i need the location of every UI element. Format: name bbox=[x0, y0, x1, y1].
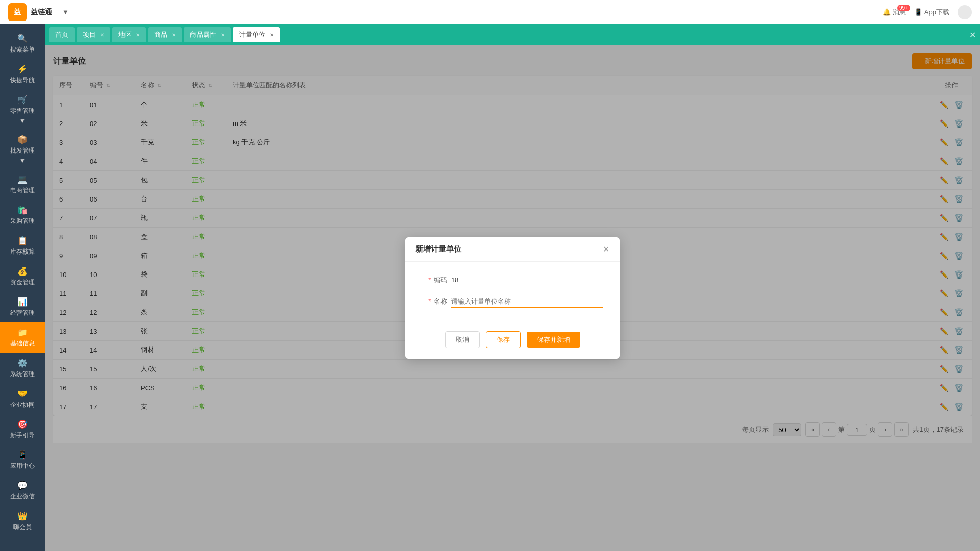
modal-overlay[interactable]: 新增计量单位 ✕ * 编码 * bbox=[45, 45, 980, 551]
sidebar-label-basic-info: 基础信息 bbox=[10, 339, 35, 348]
retail-icon: 🛒 bbox=[17, 95, 28, 105]
message-badge: 99+ bbox=[897, 5, 910, 11]
modal-footer: 取消 保存 保存并新增 bbox=[405, 325, 620, 359]
sidebar-item-system[interactable]: ⚙️ 系统管理 bbox=[0, 353, 45, 384]
logo: 益 益链通 bbox=[8, 3, 52, 21]
header: 益 益链通 ▼ 🔔 消息 99+ 📱 App下载 bbox=[0, 0, 980, 24]
tab-goods[interactable]: 商品 ✕ bbox=[148, 27, 182, 42]
message-button[interactable]: 🔔 消息 99+ bbox=[883, 8, 906, 17]
sidebar-label-member: 嗨会员 bbox=[13, 523, 32, 532]
member-icon: 👑 bbox=[17, 511, 28, 521]
header-dropdown[interactable]: ▼ bbox=[58, 6, 73, 18]
tab-project-label: 项目 bbox=[83, 30, 96, 39]
sidebar-item-wholesale[interactable]: 📦 批发管理 ▼ bbox=[0, 130, 45, 169]
tab-unit-close[interactable]: ✕ bbox=[270, 32, 274, 38]
modal-close-button[interactable]: ✕ bbox=[603, 245, 609, 254]
sidebar-label-app-center: 应用中心 bbox=[10, 462, 35, 470]
app-download-button[interactable]: 📱 App下载 bbox=[914, 8, 949, 17]
operation-icon: 📊 bbox=[17, 297, 28, 307]
sidebar-label-system: 系统管理 bbox=[10, 370, 35, 379]
tab-goods-close[interactable]: ✕ bbox=[172, 32, 176, 38]
tab-project[interactable]: 项目 ✕ bbox=[77, 27, 110, 42]
tabs-close-all-button[interactable]: ✕ bbox=[969, 30, 976, 40]
header-left: 益 益链通 ▼ bbox=[8, 3, 73, 21]
bell-icon: 🔔 bbox=[883, 8, 891, 16]
app-center-icon: 📱 bbox=[17, 450, 28, 460]
main-layout: 🔍 搜索菜单 ⚡ 快捷导航 🛒 零售管理 ▼ 📦 批发管理 ▼ 💻 电商管理 🛍… bbox=[0, 24, 980, 551]
tab-area[interactable]: 地区 ✕ bbox=[112, 27, 146, 42]
tab-goods-label: 商品 bbox=[154, 30, 167, 39]
sidebar-item-member[interactable]: 👑 嗨会员 bbox=[0, 506, 45, 537]
tab-unit-label: 计量单位 bbox=[239, 30, 265, 39]
sidebar-item-retail[interactable]: 🛒 零售管理 ▼ bbox=[0, 90, 45, 130]
sidebar-item-quick-nav[interactable]: ⚡ 快捷导航 bbox=[0, 59, 45, 90]
retail-expand-icon: ▼ bbox=[19, 117, 26, 124]
code-required: * bbox=[428, 276, 431, 284]
sidebar-item-inventory[interactable]: 📋 库存核算 bbox=[0, 231, 45, 261]
sidebar-label-search-menu: 搜索菜单 bbox=[10, 45, 35, 54]
wholesale-expand-icon: ▼ bbox=[19, 157, 26, 164]
logo-text: 益链通 bbox=[31, 8, 52, 17]
sidebar-label-guide: 新手引导 bbox=[10, 431, 35, 440]
sidebar-item-app-center[interactable]: 📱 应用中心 bbox=[0, 445, 45, 475]
sidebar-item-partner[interactable]: 🤝 企业协同 bbox=[0, 384, 45, 414]
modal-body: * 编码 * 名称 bbox=[405, 262, 620, 325]
save-and-new-button[interactable]: 保存并新增 bbox=[527, 332, 580, 348]
quick-nav-icon: ⚡ bbox=[17, 64, 28, 74]
sidebar-label-wholesale: 批发管理 bbox=[10, 146, 35, 155]
sidebar-label-inventory: 库存核算 bbox=[10, 247, 35, 256]
ecommerce-icon: 💻 bbox=[17, 174, 28, 184]
add-unit-modal: 新增计量单位 ✕ * 编码 * bbox=[405, 237, 620, 359]
basic-info-icon: 📁 bbox=[17, 328, 28, 337]
tab-area-close[interactable]: ✕ bbox=[136, 32, 140, 38]
sidebar-label-operation: 经营管理 bbox=[10, 309, 35, 317]
sidebar: 🔍 搜索菜单 ⚡ 快捷导航 🛒 零售管理 ▼ 📦 批发管理 ▼ 💻 电商管理 🛍… bbox=[0, 24, 45, 551]
sidebar-label-retail: 零售管理 bbox=[10, 107, 35, 115]
sidebar-item-ecommerce[interactable]: 💻 电商管理 bbox=[0, 169, 45, 200]
content-area: 首页 项目 ✕ 地区 ✕ 商品 ✕ 商品属性 ✕ 计量单位 ✕ ✕ bbox=[45, 24, 980, 551]
inventory-icon: 📋 bbox=[17, 236, 28, 245]
enterprise-icon: 💬 bbox=[17, 481, 28, 490]
tab-home-label: 首页 bbox=[55, 30, 68, 39]
tab-goods-attr-close[interactable]: ✕ bbox=[220, 32, 225, 38]
logo-icon: 益 bbox=[8, 3, 27, 21]
tab-area-label: 地区 bbox=[118, 30, 132, 39]
name-input[interactable] bbox=[451, 295, 603, 308]
guide-icon: 🎯 bbox=[17, 419, 28, 429]
sidebar-item-operation[interactable]: 📊 经营管理 bbox=[0, 292, 45, 322]
header-right: 🔔 消息 99+ 📱 App下载 bbox=[883, 5, 972, 19]
sidebar-label-finance: 资金管理 bbox=[10, 278, 35, 287]
modal-title: 新增计量单位 bbox=[415, 244, 461, 254]
tab-unit[interactable]: 计量单位 ✕ bbox=[233, 27, 280, 42]
tab-goods-attr[interactable]: 商品属性 ✕ bbox=[184, 27, 231, 42]
sidebar-item-finance[interactable]: 💰 资金管理 bbox=[0, 261, 45, 292]
tabs-bar: 首页 项目 ✕ 地区 ✕ 商品 ✕ 商品属性 ✕ 计量单位 ✕ ✕ bbox=[45, 24, 980, 45]
code-form-row: * 编码 bbox=[422, 274, 603, 286]
wholesale-icon: 📦 bbox=[17, 135, 28, 144]
finance-icon: 💰 bbox=[17, 266, 28, 276]
name-required: * bbox=[428, 297, 431, 305]
sidebar-label-partner: 企业协同 bbox=[10, 400, 35, 409]
sidebar-label-enterprise: 企业微信 bbox=[10, 492, 35, 501]
sidebar-label-purchase: 采购管理 bbox=[10, 217, 35, 226]
tab-home[interactable]: 首页 bbox=[49, 27, 75, 42]
cancel-button[interactable]: 取消 bbox=[445, 331, 480, 348]
sidebar-item-purchase[interactable]: 🛍️ 采购管理 bbox=[0, 200, 45, 231]
sidebar-label-ecommerce: 电商管理 bbox=[10, 186, 35, 195]
name-form-row: * 名称 bbox=[422, 295, 603, 308]
partner-icon: 🤝 bbox=[17, 389, 28, 398]
code-input[interactable] bbox=[451, 274, 603, 286]
sidebar-item-basic-info[interactable]: 📁 基础信息 bbox=[0, 322, 45, 353]
sidebar-label-quick-nav: 快捷导航 bbox=[10, 76, 35, 85]
code-label: * 编码 bbox=[422, 276, 447, 285]
search-menu-icon: 🔍 bbox=[17, 34, 28, 43]
system-icon: ⚙️ bbox=[17, 358, 28, 368]
sidebar-item-enterprise[interactable]: 💬 企业微信 bbox=[0, 475, 45, 506]
save-button[interactable]: 保存 bbox=[486, 331, 521, 348]
dropdown-arrow: ▼ bbox=[62, 8, 69, 16]
sidebar-item-search-menu[interactable]: 🔍 搜索菜单 bbox=[0, 29, 45, 59]
user-avatar[interactable] bbox=[958, 5, 972, 19]
page-content: 计量单位 + 新增计量单位 序号 编号 ⇅ bbox=[45, 45, 980, 551]
sidebar-item-guide[interactable]: 🎯 新手引导 bbox=[0, 414, 45, 445]
tab-project-close[interactable]: ✕ bbox=[100, 32, 104, 38]
